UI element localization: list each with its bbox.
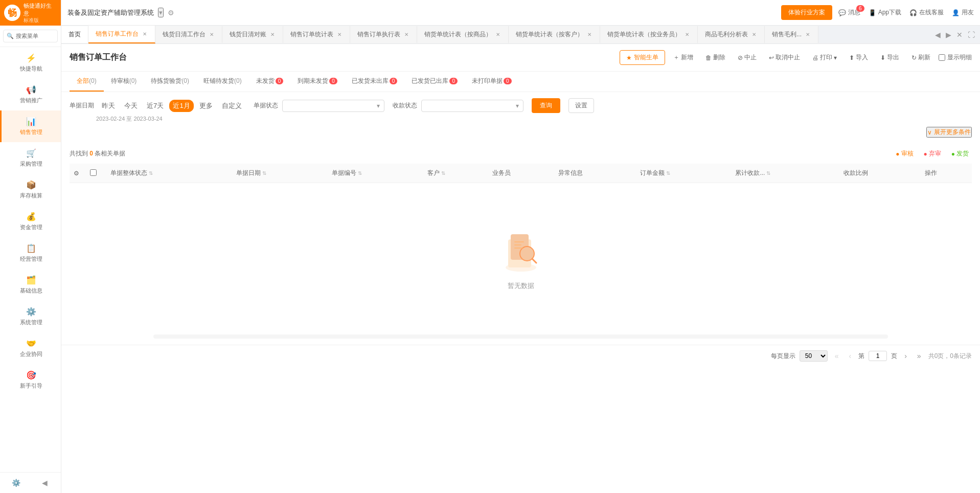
smart-create-button[interactable]: ★ 智能生单 <box>620 50 665 65</box>
tab-cash-goods[interactable]: 钱货日清对账 ✕ <box>222 26 283 43</box>
tab-close-product-margin[interactable]: ✕ <box>751 31 757 38</box>
tab-close-sales-more[interactable]: ✕ <box>805 31 811 38</box>
select-all-checkbox[interactable] <box>90 169 97 176</box>
show-detail-input[interactable] <box>939 54 945 61</box>
collapse-sidebar-button[interactable]: ◀ <box>33 477 57 489</box>
stop-button[interactable]: ⊘ 中止 <box>734 51 761 64</box>
sort-collected[interactable]: 累计收款... ⇅ <box>735 169 835 177</box>
tab-close-sales-exec[interactable]: ✕ <box>403 31 409 38</box>
cancel-stop-button[interactable]: ↩ 取消中止 <box>765 51 804 64</box>
date-btn-7days[interactable]: 近7天 <box>143 100 167 112</box>
last-page-button[interactable]: » <box>914 350 924 362</box>
sort-icon-customer: ⇅ <box>441 170 445 176</box>
date-btn-yesterday[interactable]: 昨天 <box>98 100 119 112</box>
filter-tab-pending-review[interactable]: 待审核(0) <box>104 72 144 92</box>
table-settings-icon[interactable]: ⚙ <box>74 170 79 177</box>
tab-close-sales-workbench[interactable]: ✕ <box>142 31 148 37</box>
settings-icon[interactable]: ⚙ <box>168 9 174 17</box>
filter-tab-pending-inspect[interactable]: 待拣货验货(0) <box>144 72 196 92</box>
horizontal-scrollbar[interactable] <box>153 334 888 339</box>
print-button[interactable]: 🖨 打印 ▾ <box>808 51 841 64</box>
sidebar-item-sales[interactable]: 📊 销售管理 <box>0 110 61 142</box>
logo-text: 畅捷通好生意 标准版 <box>24 2 57 24</box>
sort-status[interactable]: 单据整体状态 ⇅ <box>110 169 228 177</box>
sidebar-item-finance[interactable]: 💰 资金管理 <box>0 206 61 237</box>
show-detail-checkbox[interactable]: 显示明细 <box>939 53 972 62</box>
next-page-button[interactable]: › <box>901 350 910 362</box>
sort-customer[interactable]: 客户 ⇅ <box>427 169 484 177</box>
tab-sales-more[interactable]: 销售毛利... ✕ <box>765 26 818 43</box>
print-icon: 🖨 <box>812 54 818 61</box>
date-btn-more[interactable]: 更多 <box>196 100 216 112</box>
status-select[interactable]: ▾ <box>282 100 384 112</box>
sidebar-item-basic[interactable]: 🗂️ 基础信息 <box>0 269 61 301</box>
search-icon: 🔍 <box>7 33 14 39</box>
batch-reject-button[interactable]: ● 弃审 <box>921 148 944 160</box>
delete-button[interactable]: 🗑 删除 <box>701 51 730 64</box>
filter-tab-shipped-out[interactable]: 已发货已出库0 <box>404 72 465 92</box>
sort-amount[interactable]: 订单金额 ⇅ <box>640 169 727 177</box>
date-btn-custom[interactable]: 自定义 <box>218 100 245 112</box>
query-button[interactable]: 查询 <box>532 98 560 113</box>
tab-sales-summary-customer[interactable]: 销货单统计表（按客户） ✕ <box>509 26 600 43</box>
tab-close-current-button[interactable]: ✕ <box>954 29 965 41</box>
prev-page-button[interactable]: ‹ <box>846 350 855 362</box>
setting-button[interactable]: 设置 <box>568 98 594 113</box>
tab-cash-daily[interactable]: 钱货日清工作台 ✕ <box>155 26 222 43</box>
payment-select[interactable]: ▾ <box>421 100 523 112</box>
online-service-button[interactable]: 🎧 在线客服 <box>909 8 944 17</box>
tab-close-sales-stats[interactable]: ✕ <box>336 31 343 38</box>
tab-sales-exec[interactable]: 销售订单执行表 ✕ <box>350 26 417 43</box>
logo-icon: 畅 <box>4 5 20 21</box>
tab-close-summary-product[interactable]: ✕ <box>495 31 501 38</box>
tab-prev-button[interactable]: ◀ <box>933 29 943 41</box>
sort-date[interactable]: 单据日期 ⇅ <box>236 169 324 177</box>
tab-close-cash-goods[interactable]: ✕ <box>269 31 276 38</box>
sidebar-item-quick-nav[interactable]: ⚡ 快捷导航 <box>0 47 61 79</box>
sidebar-item-cooperation[interactable]: 🤝 企业协同 <box>0 332 61 364</box>
filter-tab-all[interactable]: 全部(0) <box>70 72 104 92</box>
tab-close-summary-customer[interactable]: ✕ <box>586 31 592 38</box>
filter-tab-expired-not-shipped[interactable]: 到期未发货0 <box>290 72 345 92</box>
tab-expand-button[interactable]: ⛶ <box>966 29 977 41</box>
sidebar-item-inventory[interactable]: 📦 库存核算 <box>0 174 61 206</box>
tab-close-summary-staff[interactable]: ✕ <box>684 31 690 38</box>
app-download-button[interactable]: 📱 App下载 <box>869 8 901 17</box>
tab-sales-workbench[interactable]: 销售订单工作台 ✕ <box>88 26 155 43</box>
refresh-button[interactable]: ↻ 刷新 <box>907 51 935 64</box>
tab-sales-summary-staff[interactable]: 销货单统计表（按业务员） ✕ <box>600 26 698 43</box>
tab-next-button[interactable]: ▶ <box>944 29 953 41</box>
user-menu-button[interactable]: 👤 用友 <box>952 8 974 17</box>
sidebar-item-marketing[interactable]: 📢 营销推广 <box>0 79 61 110</box>
tab-close-cash-daily[interactable]: ✕ <box>209 31 215 38</box>
page-number-input[interactable] <box>869 351 887 361</box>
sidebar-item-purchase[interactable]: 🛒 采购管理 <box>0 142 61 174</box>
tab-home[interactable]: 首页 <box>61 26 88 43</box>
first-page-button[interactable]: « <box>832 350 842 362</box>
message-button[interactable]: 💬 消息 6 <box>838 8 860 17</box>
batch-approve-button[interactable]: ● 审核 <box>893 148 916 160</box>
system-dropdown-button[interactable]: ▾ <box>158 8 164 17</box>
sidebar-item-guide[interactable]: 🎯 新手引导 <box>0 364 61 396</box>
expand-conditions-button[interactable]: ∨ 展开更多条件 <box>926 127 972 138</box>
tab-sales-summary-product[interactable]: 销货单统计表（按商品） ✕ <box>417 26 509 43</box>
sidebar-item-operation[interactable]: 📋 经营管理 <box>0 237 61 269</box>
filter-tab-not-printed[interactable]: 未打印单据0 <box>465 72 519 92</box>
batch-ship-button[interactable]: ● 发货 <box>948 148 972 160</box>
tab-sales-stats[interactable]: 销售订单统计表 ✕ <box>283 26 350 43</box>
filter-tab-wangpu[interactable]: 旺铺待发货(0) <box>196 72 249 92</box>
export-button[interactable]: ⬇ 导出 <box>876 51 903 64</box>
filter-tab-shipped-not-out[interactable]: 已发货未出库0 <box>345 72 405 92</box>
import-button[interactable]: ⬆ 导入 <box>845 51 872 64</box>
sort-number[interactable]: 单据编号 ⇅ <box>332 169 419 177</box>
filter-tab-not-shipped[interactable]: 未发货0 <box>249 72 291 92</box>
add-button[interactable]: ＋ 新增 <box>669 51 697 64</box>
sidebar-item-system[interactable]: ⚙️ 系统管理 <box>0 301 61 332</box>
settings-bottom-button[interactable]: ⚙️ <box>4 477 29 489</box>
date-btn-today[interactable]: 今天 <box>121 100 141 112</box>
industry-solution-button[interactable]: 体验行业方案 <box>781 5 832 20</box>
tab-product-margin[interactable]: 商品毛利分析表 ✕ <box>698 26 765 43</box>
date-btn-1month[interactable]: 近1月 <box>169 100 193 112</box>
page-size-select[interactable]: 50 10 20 100 <box>800 350 828 362</box>
search-menu-button[interactable]: 🔍 搜索菜单 <box>3 30 58 42</box>
